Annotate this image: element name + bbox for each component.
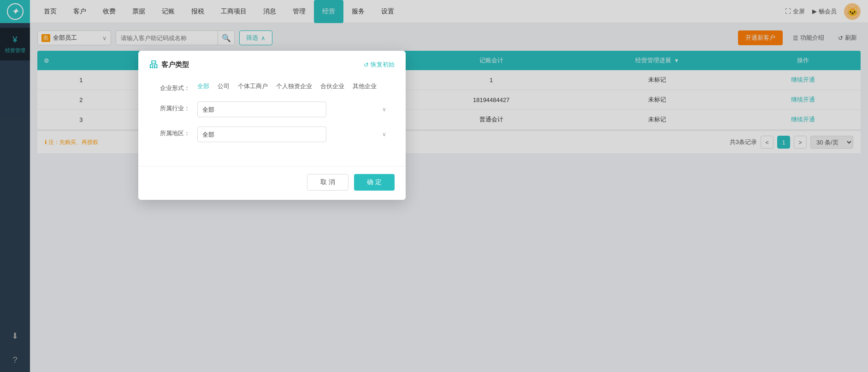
modal-title-icon: 品 bbox=[149, 59, 158, 70]
industry-dropdown-wrap: 全部 制造业 服务业 零售业 其他 ∨ bbox=[197, 102, 391, 117]
enterprise-form-row: 企业形式： 全部 公司 个体工商户 个人独资企业 合伙企业 其他企业 bbox=[153, 81, 391, 92]
industry-form-row: 所属行业： 全部 制造业 服务业 零售业 其他 ∨ bbox=[153, 102, 391, 117]
industry-select[interactable]: 全部 制造业 服务业 零售业 其他 bbox=[197, 102, 326, 117]
industry-chevron-icon: ∨ bbox=[382, 106, 386, 113]
type-option-other[interactable]: 其他企业 bbox=[353, 81, 377, 91]
industry-select-wrap: 全部 制造业 服务业 零售业 其他 ∨ bbox=[197, 102, 391, 117]
type-option-all[interactable]: 全部 bbox=[197, 81, 209, 91]
region-label: 所属地区： bbox=[153, 126, 190, 138]
confirm-button[interactable]: 确 定 bbox=[354, 174, 395, 191]
modal-reset-button[interactable]: ↺ 恢复初始 bbox=[364, 60, 395, 69]
cancel-button[interactable]: 取 消 bbox=[307, 174, 348, 191]
modal-footer: 取 消 确 定 bbox=[138, 166, 406, 200]
region-select[interactable]: 全部 北京 上海 广州 深圳 其他 bbox=[197, 126, 326, 142]
region-select-wrap: 全部 北京 上海 广州 深圳 其他 ∨ bbox=[197, 126, 391, 142]
type-option-partnership[interactable]: 合伙企业 bbox=[320, 81, 344, 91]
region-chevron-icon: ∨ bbox=[382, 131, 386, 138]
enterprise-form-label: 企业形式： bbox=[153, 81, 190, 92]
type-options: 全部 公司 个体工商户 个人独资企业 合伙企业 其他企业 bbox=[197, 81, 391, 91]
modal-title: 品 客户类型 bbox=[149, 59, 189, 70]
modal-body: 企业形式： 全部 公司 个体工商户 个人独资企业 合伙企业 其他企业 所属行业： bbox=[138, 77, 406, 162]
reset-label: 恢复初始 bbox=[371, 60, 395, 69]
type-option-individual[interactable]: 个体工商户 bbox=[238, 81, 268, 91]
modal-header: 品 客户类型 ↺ 恢复初始 bbox=[138, 51, 406, 77]
type-option-sole[interactable]: 个人独资企业 bbox=[276, 81, 312, 91]
region-dropdown-wrap: 全部 北京 上海 广州 深圳 其他 ∨ bbox=[197, 126, 391, 142]
modal-overlay: 品 客户类型 ↺ 恢复初始 企业形式： 全部 公司 个体工商户 个人独资企业 合… bbox=[0, 0, 868, 372]
modal-title-text: 客户类型 bbox=[161, 60, 189, 69]
enterprise-options: 全部 公司 个体工商户 个人独资企业 合伙企业 其他企业 bbox=[197, 81, 391, 91]
reset-icon: ↺ bbox=[364, 61, 369, 68]
filter-modal: 品 客户类型 ↺ 恢复初始 企业形式： 全部 公司 个体工商户 个人独资企业 合… bbox=[138, 51, 406, 200]
industry-label: 所属行业： bbox=[153, 102, 190, 113]
type-option-company[interactable]: 公司 bbox=[218, 81, 230, 91]
region-form-row: 所属地区： 全部 北京 上海 广州 深圳 其他 ∨ bbox=[153, 126, 391, 142]
